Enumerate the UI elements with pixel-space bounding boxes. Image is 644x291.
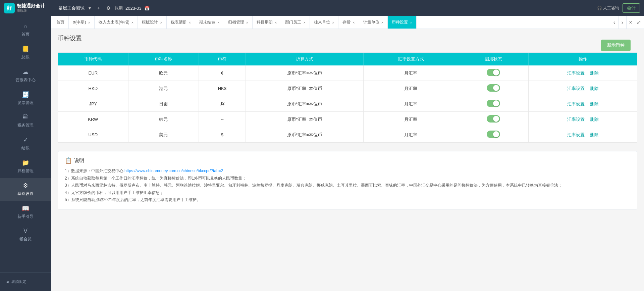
tab-subjects[interactable]: 科目期初 × <box>253 16 281 29</box>
tab-home[interactable]: 首页 <box>52 16 69 29</box>
notes-icon: 📋 <box>65 157 72 164</box>
sidebar-item-ledger[interactable]: 📒 总账 <box>0 41 51 64</box>
rate-setting-link-3[interactable]: 汇率设置 <box>567 117 585 122</box>
delete-link-4[interactable]: 删除 <box>590 132 599 137</box>
dropdown-icon[interactable]: ▾ <box>87 5 92 11</box>
tab-close-clients[interactable]: × <box>332 20 334 25</box>
calendar-icon[interactable]: 📅 <box>144 6 150 11</box>
sidebar-label-ledger: 总账 <box>21 54 30 60</box>
pin-icon: ◄ <box>5 280 9 284</box>
sidebar-label-invoice: 发票管理 <box>17 100 34 106</box>
sidebar-item-reports[interactable]: ☁ 云报表中心 <box>0 64 51 87</box>
company-name[interactable]: 基层工会测试 <box>58 5 85 11</box>
add-icon[interactable]: ＋ <box>95 4 102 12</box>
tab-period[interactable]: σ(中期) × <box>69 16 95 29</box>
cell-conversion-3: 原币*汇率=本位币 <box>246 112 364 127</box>
rate-setting-link-0[interactable]: 汇率设置 <box>567 70 585 76</box>
sidebar-item-invoice[interactable]: 🧾 发票管理 <box>0 87 51 110</box>
toggle-0[interactable] <box>487 69 500 76</box>
tab-close-archive[interactable]: × <box>246 20 248 25</box>
tab-currency[interactable]: 币种设置 × <box>388 16 416 29</box>
toggle-3[interactable] <box>487 115 500 123</box>
toggle-thumb-2 <box>493 100 499 106</box>
toggle-4[interactable] <box>487 131 500 138</box>
tab-close-dept[interactable]: × <box>303 20 305 25</box>
headphone-icon: 🎧 <box>597 6 602 10</box>
toggle-2[interactable] <box>487 100 500 107</box>
sidebar-label-settlement: 结账 <box>21 145 30 151</box>
sidebar-item-archive[interactable]: 📁 归档管理 <box>0 155 51 178</box>
logo-icon: 好 <box>4 3 15 13</box>
sidebar-item-home[interactable]: ⌂ 首页 <box>0 19 51 41</box>
sidebar-item-settlement[interactable]: ✓ 结账 <box>0 132 51 155</box>
tab-clients[interactable]: 往来单位 × <box>310 16 338 29</box>
notes-link[interactable]: https://www.chinamoney.com.cn/chinese/bk… <box>124 168 223 173</box>
tab-archive[interactable]: 归档管理 × <box>224 16 253 29</box>
tab-close-units[interactable]: × <box>381 20 383 25</box>
tab-close-period[interactable]: × <box>88 20 90 25</box>
currency-table: 币种代码 币种名称 币符 折算方式 汇率设置方式 启用状态 操作 EUR 欧元 … <box>58 53 637 143</box>
cell-symbol-4: $ <box>199 127 246 143</box>
tab-template[interactable]: 模版设计 × <box>138 16 166 29</box>
support-button[interactable]: 🎧 人工咨询 <box>597 5 619 11</box>
toggle-thumb-3 <box>493 116 499 122</box>
tab-dept[interactable]: 部门员工 × <box>281 16 310 29</box>
tab-label-subjects: 科目期初 <box>257 19 273 25</box>
tab-tax[interactable]: 税表清册 × <box>167 16 195 29</box>
cell-code-2: JPY <box>58 96 128 112</box>
archive-icon: 📁 <box>22 159 29 166</box>
tab-close-tax[interactable]: × <box>189 20 191 25</box>
tab-expand-button[interactable]: ⤢ <box>635 16 643 29</box>
delete-link-0[interactable]: 删除 <box>590 70 599 76</box>
tab-next-button[interactable]: › <box>619 16 627 29</box>
note-item-2: 3）人民币对马来西亚林吉特、俄罗斯卢布、南非兰特、韩元、阿联酋迪拉姆、沙特里亚尔… <box>65 182 630 189</box>
tab-close-template[interactable]: × <box>160 20 162 25</box>
tab-close-currency[interactable]: × <box>410 20 412 25</box>
tab-units[interactable]: 计量单位 × <box>359 16 388 29</box>
unpin-button[interactable]: ◄ 取消固定 <box>0 276 51 288</box>
sidebar-label-archive: 归档管理 <box>17 168 34 174</box>
table-row: USD 美元 $ 原币*汇率=本位币 月汇率 汇率设置 删除 <box>58 127 637 143</box>
rate-setting-link-4[interactable]: 汇率设置 <box>567 132 585 137</box>
settings-gear-icon: ⚙ <box>23 182 28 189</box>
tab-close-subjects[interactable]: × <box>275 20 277 25</box>
new-currency-button[interactable]: 新增币种 <box>601 40 631 51</box>
tab-label-inventory: 存货 <box>342 19 351 25</box>
cell-conversion-0: 原币*汇率=本位币 <box>246 65 364 81</box>
cell-status-3 <box>458 112 529 127</box>
tab-close-income[interactable]: × <box>131 20 133 25</box>
tab-label-archive: 归档管理 <box>228 19 244 25</box>
cell-symbol-3: -- <box>199 112 246 127</box>
delete-link-1[interactable]: 删除 <box>590 86 599 91</box>
cell-name-1: 港元 <box>128 81 199 96</box>
tab-close-period-end[interactable]: × <box>217 20 219 25</box>
sidebar-item-tax[interactable]: 🏛 税务管理 <box>0 110 51 132</box>
tab-period-end[interactable]: 期末结转 × <box>195 16 224 29</box>
tab-income[interactable]: 收入支出表(年报) × <box>95 16 138 29</box>
account-button[interactable]: 会计 <box>623 3 640 13</box>
tab-close-all-button[interactable]: × <box>627 16 635 29</box>
toggle-1[interactable] <box>487 84 500 92</box>
col-header-status: 启用状态 <box>458 53 529 65</box>
rate-setting-link-1[interactable]: 汇率设置 <box>567 86 585 91</box>
sidebar-item-member[interactable]: V 畅会员 <box>0 224 51 246</box>
delete-link-2[interactable]: 删除 <box>590 101 599 106</box>
tab-close-inventory[interactable]: × <box>353 20 355 25</box>
cell-status-0 <box>458 65 529 81</box>
tab-inventory[interactable]: 存货 × <box>338 16 359 29</box>
cell-rate-type-1: 月汇率 <box>364 81 458 96</box>
delete-link-3[interactable]: 删除 <box>590 117 599 122</box>
logo-text-block: 畅捷通好会计 旗舰版 <box>17 3 45 13</box>
member-icon: V <box>23 228 28 235</box>
tab-prev-button[interactable]: ‹ <box>610 16 619 29</box>
rate-setting-link-2[interactable]: 汇率设置 <box>567 101 585 106</box>
cell-conversion-4: 原币*汇率=本位币 <box>246 127 364 143</box>
sidebar-item-settings[interactable]: ⚙ 基础设置 <box>0 178 51 201</box>
table-row: KRW 韩元 -- 原币*汇率=本位币 月汇率 汇率设置 删除 <box>58 112 637 127</box>
note-item-1: 2）系统自动获取每月第一个工作日的汇率标价，统一为直接标价法，即1外币可以兑换的… <box>65 175 630 182</box>
settings-icon[interactable]: ⚙ <box>105 5 112 11</box>
content-area: 币种设置 新增币种 币种代码 币种名称 币符 折算方式 汇率设置方式 启用状态 … <box>51 29 644 291</box>
sidebar-label-tax: 税务管理 <box>17 123 34 128</box>
period-label: 账期 <box>115 5 123 11</box>
sidebar-item-guide[interactable]: 📖 新手引导 <box>0 201 51 224</box>
